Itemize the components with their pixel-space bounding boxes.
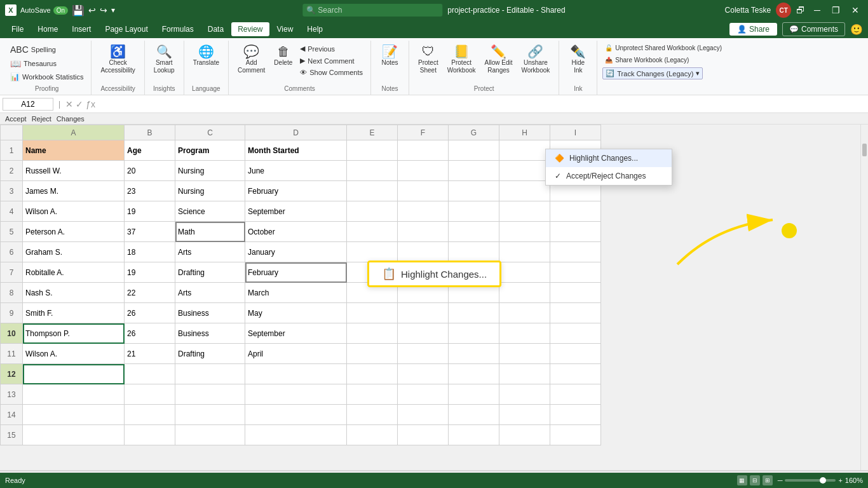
save-icon[interactable]: 💾	[72, 4, 85, 17]
customize-icon[interactable]: ▾	[111, 6, 115, 15]
cancel-formula-icon[interactable]: ✕	[65, 99, 73, 109]
cell-c5[interactable]: Math	[175, 222, 245, 242]
cell-d3[interactable]: February	[245, 181, 347, 201]
cell-i14[interactable]	[550, 405, 601, 425]
col-header-h[interactable]: H	[499, 125, 550, 140]
cell-a12[interactable]	[23, 364, 125, 384]
cell-c6[interactable]: Arts	[175, 242, 245, 262]
cell-f10[interactable]	[398, 323, 449, 344]
cell-h14[interactable]	[499, 405, 550, 425]
cell-f3[interactable]	[398, 181, 449, 201]
cell-i4[interactable]	[550, 201, 601, 222]
normal-view-icon[interactable]: ▦	[737, 475, 747, 485]
redo-icon[interactable]: ↪	[100, 5, 107, 15]
cell-f14[interactable]	[398, 405, 449, 425]
col-header-d[interactable]: D	[245, 125, 347, 140]
unprotect-shared-button[interactable]: 🔓 Unprotect Shared Workbook (Legacy)	[602, 43, 724, 53]
cell-b8[interactable]: 22	[125, 283, 175, 303]
track-changes-button[interactable]: 🔄 Track Changes (Legacy) ▾	[602, 67, 703, 79]
cell-g5[interactable]	[449, 222, 499, 242]
cell-e6[interactable]	[347, 242, 398, 262]
cell-b7[interactable]: 19	[125, 262, 175, 283]
cell-h12[interactable]	[499, 364, 550, 384]
insert-function-icon[interactable]: ƒx	[86, 99, 95, 109]
cell-c7[interactable]: Drafting	[175, 262, 245, 283]
cell-h6[interactable]	[499, 242, 550, 262]
cell-f15[interactable]	[398, 425, 449, 445]
cell-g3[interactable]	[449, 181, 499, 201]
confirm-formula-icon[interactable]: ✓	[76, 99, 83, 109]
allow-edit-button[interactable]: ✏️ Allow EditRanges	[481, 43, 517, 76]
cell-i15[interactable]	[550, 425, 601, 445]
cell-g13[interactable]	[449, 384, 499, 405]
col-header-g[interactable]: G	[449, 125, 499, 140]
cell-i6[interactable]	[550, 242, 601, 262]
menu-file[interactable]: File	[5, 22, 30, 36]
spelling-button[interactable]: ABC Spelling	[8, 43, 86, 56]
restore-button[interactable]: ❐	[828, 4, 844, 17]
cell-d1[interactable]: Month Started	[245, 140, 347, 161]
add-comment-button[interactable]: 💬 AddComment	[234, 43, 269, 76]
col-header-e[interactable]: E	[347, 125, 398, 140]
cell-i12[interactable]	[550, 364, 601, 384]
thesaurus-button[interactable]: 📖 Thesaurus	[8, 57, 86, 70]
delete-comment-button[interactable]: 🗑 Delete	[270, 43, 296, 69]
cell-i13[interactable]	[550, 384, 601, 405]
check-accessibility-button[interactable]: ♿ CheckAccessibility	[97, 43, 139, 76]
cell-f13[interactable]	[398, 384, 449, 405]
workbook-stats-button[interactable]: 📊 Workbook Statistics	[8, 71, 86, 83]
highlight-changes-item[interactable]: 🔶 Highlight Changes...	[546, 149, 672, 167]
accept-reject-item[interactable]: ✓ Accept/Reject Changes	[546, 167, 672, 185]
cell-h5[interactable]	[499, 222, 550, 242]
protect-workbook-button[interactable]: 📒 ProtectWorkbook	[444, 43, 480, 76]
cell-d9[interactable]: May	[245, 303, 347, 323]
cell-b5[interactable]: 37	[125, 222, 175, 242]
cell-f12[interactable]	[398, 364, 449, 384]
cell-b13[interactable]	[125, 384, 175, 405]
cell-a5[interactable]: Peterson A.	[23, 222, 125, 242]
cell-f11[interactable]	[398, 344, 449, 364]
cell-d2[interactable]: June	[245, 161, 347, 181]
cell-a15[interactable]	[23, 425, 125, 445]
cell-c3[interactable]: Nursing	[175, 181, 245, 201]
cell-g12[interactable]	[449, 364, 499, 384]
cell-c8[interactable]: Arts	[175, 283, 245, 303]
vertical-scrollbar[interactable]	[860, 125, 868, 470]
menu-page-layout[interactable]: Page Layout	[98, 22, 154, 36]
cell-h3[interactable]	[499, 181, 550, 201]
share-workbook-legacy-button[interactable]: 📤 Share Workbook (Legacy)	[602, 55, 691, 65]
cell-e12[interactable]	[347, 364, 398, 384]
cell-c13[interactable]	[175, 384, 245, 405]
menu-view[interactable]: View	[271, 22, 300, 36]
cell-a8[interactable]: Nash S.	[23, 283, 125, 303]
cell-h10[interactable]	[499, 323, 550, 344]
cell-d13[interactable]	[245, 384, 347, 405]
cell-a14[interactable]	[23, 405, 125, 425]
cell-a3[interactable]: James M.	[23, 181, 125, 201]
menu-data[interactable]: Data	[201, 22, 230, 36]
cell-a1[interactable]: Name	[23, 140, 125, 161]
hide-ink-button[interactable]: ✒️ HideInk	[566, 43, 591, 76]
cell-c10[interactable]: Business	[175, 323, 245, 344]
cell-e9[interactable]	[347, 303, 398, 323]
cell-b3[interactable]: 23	[125, 181, 175, 201]
cell-d5[interactable]: October	[245, 222, 347, 242]
cell-g15[interactable]	[449, 425, 499, 445]
cell-f4[interactable]	[398, 201, 449, 222]
smart-lookup-button[interactable]: 🔍 SmartLookup	[150, 43, 179, 76]
cell-i7[interactable]	[550, 262, 601, 283]
close-button[interactable]: ✕	[848, 4, 863, 17]
page-break-view-icon[interactable]: ⊞	[763, 475, 773, 485]
cell-e11[interactable]	[347, 344, 398, 364]
cell-e15[interactable]	[347, 425, 398, 445]
cell-b10[interactable]: 26	[125, 323, 175, 344]
cell-h2[interactable]	[499, 161, 550, 181]
menu-insert[interactable]: Insert	[65, 22, 97, 36]
cell-a11[interactable]: Wilson A.	[23, 344, 125, 364]
cell-a7[interactable]: Robitalle A.	[23, 262, 125, 283]
cell-e10[interactable]	[347, 323, 398, 344]
zoom-out-button[interactable]: ─	[778, 477, 783, 484]
cell-a2[interactable]: Russell W.	[23, 161, 125, 181]
cell-h7[interactable]	[499, 262, 550, 283]
minimize-button[interactable]: ─	[810, 4, 824, 17]
